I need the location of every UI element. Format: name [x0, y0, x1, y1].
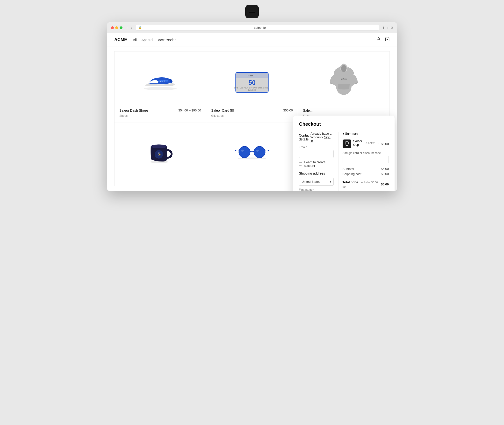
country-field: United States: [299, 178, 334, 186]
svg-point-22: [150, 161, 168, 163]
checkout-form: Contact details Already have an account?…: [299, 132, 334, 191]
product-name: Saleor Dash Shoes: [119, 109, 149, 112]
shipping-label: Shipping cost: [343, 172, 361, 176]
giftcard-illustration: saleor 50 GIFT CARD • USE YOUR GIFT CARD…: [234, 68, 270, 93]
summary-item-price: $5.00: [381, 142, 389, 146]
contact-section-title: Contact details: [299, 133, 310, 141]
mug-illustration: S ⚡: [147, 140, 173, 164]
svg-text:GIFT CARD • USE YOUR GIFT CARD: GIFT CARD • USE YOUR GIFT CARD ONLINE FR…: [234, 87, 270, 88]
svg-text:saleor: saleor: [247, 75, 253, 77]
summary-toggle[interactable]: ▾ Summary: [343, 132, 389, 135]
subtotal-value: $5.00: [381, 167, 389, 171]
app-icon-wrapper: —: [107, 5, 397, 18]
product-price: $54.00 – $90.00: [178, 109, 201, 112]
product-category: Gift cards: [211, 114, 223, 117]
summary-item-thumbnail: [343, 139, 351, 148]
discount-field: Add gift card or discount code: [343, 151, 389, 163]
browser-navigation: ‹ ›: [125, 25, 133, 30]
product-image-giftcard: saleor 50 GIFT CARD • USE YOUR GIFT CARD…: [211, 56, 293, 105]
address-bar[interactable]: 🔒 saleor.io: [136, 25, 379, 31]
sunglasses-illustration: [235, 142, 269, 162]
svg-point-23: [239, 147, 250, 158]
store-logo: ACME: [114, 37, 127, 42]
product-name: Saleor Card 50: [211, 109, 234, 112]
tab-overview-button[interactable]: ⧉: [391, 26, 393, 30]
product-name: Sale...: [303, 109, 313, 112]
product-info-hoodie: Sale...: [303, 109, 385, 112]
svg-point-0: [378, 37, 380, 39]
svg-point-27: [238, 158, 266, 160]
nav-item-all[interactable]: All: [133, 38, 137, 42]
cart-button[interactable]: [385, 37, 390, 43]
checkout-title: Checkout: [299, 121, 389, 127]
shipping-row: Shipping cost $0.00: [343, 172, 389, 176]
first-name-label: First name*: [299, 188, 334, 191]
app-icon: —: [245, 5, 259, 18]
subtotal-row: Subtotal $5.00: [343, 167, 389, 171]
url-text: saleor.io: [143, 26, 376, 29]
list-item[interactable]: S ⚡: [114, 123, 206, 186]
browser-chrome: ‹ › 🔒 saleor.io ⬆ + ⧉: [107, 22, 397, 33]
product-image-mug: S ⚡: [119, 128, 201, 176]
total-row: Total price includes $0.00 tax $5.00: [343, 178, 389, 189]
store-nav: ACME All Apparel Accessories: [107, 33, 397, 46]
list-item[interactable]: saleor Saleor Dash Shoes $54.00 – $90.00…: [114, 51, 206, 123]
nav-item-accessories[interactable]: Accessories: [158, 38, 176, 42]
product-image-sunglasses: [211, 128, 293, 176]
svg-text:saleor: saleor: [341, 78, 347, 80]
total-value: $5.00: [381, 183, 389, 186]
contact-section-header: Contact details Already have an account?…: [299, 132, 334, 143]
product-info-shoes: Saleor Dash Shoes $54.00 – $90.00: [119, 109, 201, 112]
traffic-lights: [111, 26, 122, 29]
summary-qty-value: 1: [377, 141, 379, 144]
share-button[interactable]: ⬆: [382, 26, 385, 30]
checkout-body: Contact details Already have an account?…: [299, 132, 389, 191]
svg-text:saleor: saleor: [151, 81, 156, 83]
store-page: ACME All Apparel Accessories: [107, 33, 397, 191]
email-label: Email*: [299, 146, 334, 149]
nav-item-apparel[interactable]: Apparel: [142, 38, 153, 42]
product-price: $50.00: [283, 109, 293, 112]
close-button[interactable]: [111, 26, 114, 29]
lock-icon: 🔒: [138, 26, 142, 29]
list-item[interactable]: [206, 123, 298, 186]
summary-item: Saleor Cup Quantity* 1 $5.00: [343, 139, 389, 148]
email-input[interactable]: [299, 150, 334, 158]
shipping-section-title: Shipping address: [299, 171, 334, 175]
summary-totals: Subtotal $5.00 Shipping cost $0.00 Total…: [343, 167, 389, 189]
summary-quantity-row: Saleor Cup Quantity* 1: [353, 139, 379, 147]
summary-item-name: Saleor Cup: [353, 139, 362, 147]
new-tab-button[interactable]: +: [387, 26, 389, 30]
summary-qty-label: Quantity*: [365, 141, 375, 144]
back-button[interactable]: ‹: [125, 25, 129, 30]
summary-toggle-label: ▾ Summary: [343, 132, 359, 135]
svg-text:BALANCE: BALANCE: [248, 89, 256, 91]
summary-item-details: Saleor Cup Quantity* 1: [353, 139, 379, 148]
create-account-checkbox[interactable]: [299, 162, 302, 166]
create-account-label: I want to create account: [304, 160, 334, 168]
forward-button[interactable]: ›: [130, 25, 133, 30]
country-select[interactable]: United States: [299, 178, 334, 186]
hoodie-illustration: saleor: [328, 61, 360, 100]
checkout-panel: Checkout Contact details Already have an…: [293, 116, 395, 191]
discount-input[interactable]: [343, 156, 389, 163]
cup-icon: [344, 141, 350, 147]
browser-window: ‹ › 🔒 saleor.io ⬆ + ⧉ ACME All Apparel: [107, 22, 397, 191]
product-image-shoes: saleor: [119, 56, 201, 105]
svg-point-18: [151, 145, 167, 148]
maximize-button[interactable]: [120, 26, 122, 29]
discount-label: Add gift card or discount code: [343, 151, 389, 155]
product-image-hoodie: saleor: [303, 56, 385, 105]
signin-text: Already have an account? Sign in: [310, 132, 333, 143]
svg-point-24: [254, 147, 265, 158]
minimize-button[interactable]: [115, 26, 118, 29]
checkout-summary: ▾ Summary: [338, 132, 389, 191]
svg-point-2: [144, 87, 177, 90]
list-item[interactable]: saleor Sale... Swea...: [298, 51, 390, 123]
account-button[interactable]: [376, 37, 381, 43]
shoes-illustration: saleor: [141, 70, 180, 91]
list-item[interactable]: saleor 50 GIFT CARD • USE YOUR GIFT CARD…: [206, 51, 298, 123]
svg-text:⚡: ⚡: [158, 153, 161, 156]
svg-text:50: 50: [248, 79, 256, 86]
desktop-background: — ‹ › 🔒 saleor.io ⬆ + ⧉: [107, 5, 397, 191]
